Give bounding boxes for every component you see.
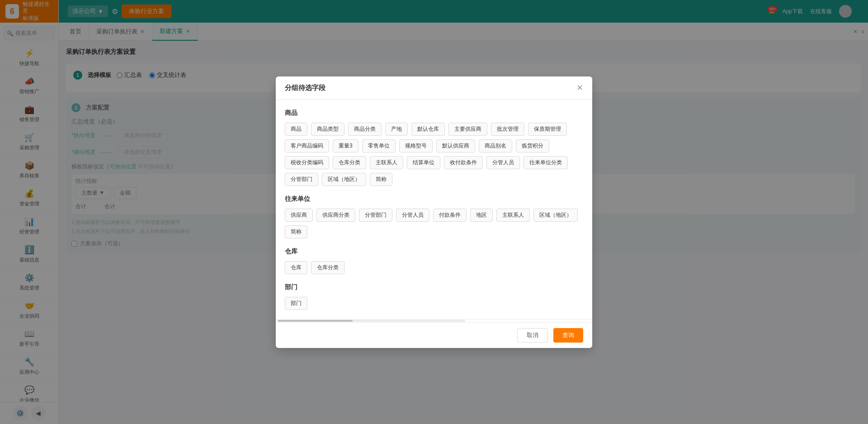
field-tag[interactable]: 规格型号	[399, 139, 433, 152]
field-section-商品: 商品商品商品类型商品分类产地默认仓库主要供应商批次管理保质期管理客户商品编码重量…	[285, 109, 583, 186]
field-section-title: 往来单位	[285, 195, 583, 203]
field-tag[interactable]: 主联系人	[496, 209, 530, 222]
field-tag[interactable]: 批次管理	[491, 123, 524, 136]
field-tag[interactable]: 部门	[285, 297, 307, 310]
field-tag[interactable]: 区域（地区）	[322, 173, 366, 186]
field-tag[interactable]: 地区	[470, 209, 493, 222]
field-section-title: 仓库	[285, 248, 583, 256]
field-tag[interactable]: 分管人员	[486, 156, 520, 169]
field-tags: 仓库仓库分类	[285, 261, 583, 274]
field-tag[interactable]: 炼货积分	[516, 139, 549, 152]
field-tag[interactable]: 简称	[370, 173, 392, 186]
modal-close-button[interactable]: ✕	[576, 84, 583, 92]
field-tags: 部门	[285, 297, 583, 310]
field-tags: 供应商供应商分类分管部门分管人员付款条件地区主联系人区域（地区）简称	[285, 209, 583, 238]
field-tag[interactable]: 保质期管理	[528, 123, 567, 136]
field-select-modal: 分组待选字段 ✕ 商品商品商品类型商品分类产地默认仓库主要供应商批次管理保质期管…	[276, 76, 592, 348]
field-tag[interactable]: 客户商品编码	[285, 139, 329, 152]
modal-header: 分组待选字段 ✕	[276, 76, 592, 100]
field-tag[interactable]: 商品分类	[348, 123, 382, 136]
field-tags: 商品商品类型商品分类产地默认仓库主要供应商批次管理保质期管理客户商品编码重量3零…	[285, 123, 583, 186]
field-tag[interactable]: 付款条件	[433, 209, 467, 222]
field-tag[interactable]: 商品	[285, 123, 307, 136]
confirm-button[interactable]: 查询	[553, 328, 583, 343]
field-section-部门: 部门部门	[285, 283, 583, 310]
field-tag[interactable]: 结算单位	[407, 156, 440, 169]
field-tag[interactable]: 默认供应商	[436, 139, 475, 152]
field-tag[interactable]: 重量3	[333, 139, 359, 152]
field-tag[interactable]: 主要供应商	[448, 123, 487, 136]
modal-body: 商品商品商品类型商品分类产地默认仓库主要供应商批次管理保质期管理客户商品编码重量…	[276, 100, 592, 319]
field-tag[interactable]: 税收分类编码	[285, 156, 329, 169]
field-tag[interactable]: 仓库分类	[311, 261, 344, 274]
field-tag[interactable]: 供应商分类	[316, 209, 355, 222]
modal-title: 分组待选字段	[285, 84, 326, 92]
field-tag[interactable]: 区域（地区）	[533, 209, 578, 222]
field-tag[interactable]: 分管部门	[359, 209, 392, 222]
field-tag[interactable]: 产地	[385, 123, 408, 136]
field-tag[interactable]: 商品类型	[311, 123, 344, 136]
cancel-button[interactable]: 取消	[517, 328, 548, 343]
field-tag[interactable]: 简称	[285, 225, 307, 238]
modal-footer: 取消 查询	[276, 322, 592, 348]
field-tag[interactable]: 分管部门	[285, 173, 318, 186]
field-tag[interactable]: 主联系人	[370, 156, 403, 169]
field-tag[interactable]: 默认仓库	[411, 123, 445, 136]
field-tag[interactable]: 仓库	[285, 261, 307, 274]
field-section-title: 商品	[285, 109, 583, 117]
field-tag[interactable]: 往来单位分类	[524, 156, 568, 169]
field-tag[interactable]: 收付款条件	[444, 156, 483, 169]
field-tag[interactable]: 零售单位	[362, 139, 396, 152]
field-section-title: 部门	[285, 283, 583, 291]
field-tag[interactable]: 商品别名	[479, 139, 512, 152]
field-tag[interactable]: 仓库分类	[333, 156, 366, 169]
modal-overlay: 分组待选字段 ✕ 商品商品商品类型商品分类产地默认仓库主要供应商批次管理保质期管…	[0, 0, 868, 424]
field-tag[interactable]: 供应商	[285, 209, 313, 222]
field-section-往来单位: 往来单位供应商供应商分类分管部门分管人员付款条件地区主联系人区域（地区）简称	[285, 195, 583, 238]
field-tag[interactable]: 分管人员	[396, 209, 429, 222]
field-section-仓库: 仓库仓库仓库分类	[285, 248, 583, 274]
